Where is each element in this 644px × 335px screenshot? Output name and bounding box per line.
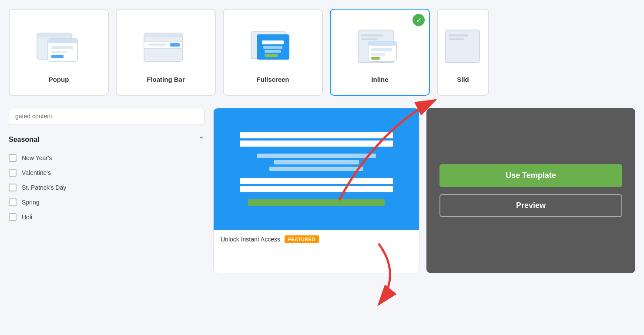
svg-rect-24 (371, 53, 385, 56)
selected-check-icon: ✓ (413, 14, 425, 26)
slide-icon (437, 23, 489, 71)
svg-rect-11 (170, 43, 180, 47)
type-card-popup[interactable]: Popup (9, 9, 109, 96)
svg-rect-20 (361, 38, 378, 40)
template-footer-1: Unlock Instant Access FEATURED (214, 230, 419, 248)
inline-icon (354, 23, 406, 71)
checkbox-st-patricks[interactable] (9, 184, 17, 191)
type-label-floating-bar: Floating Bar (147, 76, 185, 83)
template-name-1: Unlock Instant Access (221, 236, 280, 243)
svg-rect-4 (51, 46, 73, 49)
template-card-1[interactable]: Unlock Instant Access FEATURED (213, 108, 419, 273)
seasonal-section-header[interactable]: Seasonal ⌃ (9, 133, 205, 146)
svg-rect-25 (371, 57, 380, 60)
fullscreen-icon (247, 23, 299, 71)
preview-button[interactable]: Preview (439, 194, 622, 217)
filter-label-new-years: New Year's (22, 154, 52, 161)
type-card-floating-bar[interactable]: Floating Bar (116, 9, 216, 96)
checkbox-holi[interactable] (9, 213, 17, 221)
checkbox-new-years[interactable] (9, 154, 17, 162)
blue-preview-graphic (214, 108, 419, 230)
svg-rect-5 (51, 51, 67, 53)
type-card-inline[interactable]: ✓ Inline (330, 9, 430, 96)
floatingbar-icon (140, 23, 192, 71)
checkbox-valentines[interactable] (9, 169, 17, 177)
template-preview-1 (214, 108, 419, 230)
chevron-up-icon: ⌃ (198, 135, 205, 144)
filter-item-valentines[interactable]: Valentine's (9, 165, 205, 180)
template-content-area: Unlock Instant Access FEATURED Use Templ… (213, 108, 635, 326)
featured-badge: FEATURED (285, 235, 319, 243)
type-label-slide: Slid (457, 76, 469, 83)
template-card-hover-2: Use Template Preview (426, 108, 635, 273)
use-template-button[interactable]: Use Template (439, 164, 622, 187)
filter-item-new-years[interactable]: New Year's (9, 151, 205, 165)
filter-label-valentines: Valentine's (22, 169, 51, 176)
svg-rect-28 (449, 38, 464, 40)
type-label-popup: Popup (49, 76, 69, 83)
type-label-fullscreen: Fullscreen (256, 76, 289, 83)
search-input[interactable]: gated content (9, 108, 205, 124)
sidebar: gated content Seasonal ⌃ New Year's Vale… (9, 108, 205, 326)
filter-item-spring[interactable]: Spring (9, 195, 205, 210)
svg-rect-27 (449, 34, 468, 37)
seasonal-filter-section: Seasonal ⌃ New Year's Valentine's St. Pa… (9, 133, 205, 224)
type-card-fullscreen[interactable]: Fullscreen (223, 9, 323, 96)
svg-rect-15 (263, 46, 282, 49)
type-selector: Popup Floating Bar (9, 9, 635, 96)
svg-rect-17 (265, 54, 278, 57)
svg-rect-3 (48, 39, 77, 43)
svg-rect-1 (37, 33, 72, 37)
bottom-section: gated content Seasonal ⌃ New Year's Vale… (9, 108, 635, 326)
popup-icon (33, 23, 85, 71)
filter-item-st-patricks[interactable]: St. Patrick's Day (9, 180, 205, 195)
filter-label-st-patricks: St. Patrick's Day (22, 184, 66, 191)
svg-rect-14 (262, 40, 284, 44)
svg-rect-8 (144, 33, 182, 37)
filter-item-holi[interactable]: Holi (9, 210, 205, 224)
svg-rect-10 (148, 44, 166, 46)
filter-label-spring: Spring (22, 199, 39, 206)
svg-rect-16 (265, 50, 281, 53)
svg-rect-22 (368, 41, 396, 46)
svg-rect-23 (371, 48, 392, 51)
filter-label-holi: Holi (22, 214, 32, 221)
svg-rect-19 (361, 34, 383, 37)
checkbox-spring[interactable] (9, 198, 17, 206)
type-card-slide[interactable]: Slid (437, 9, 489, 96)
svg-rect-6 (51, 55, 64, 58)
type-label-inline: Inline (371, 76, 388, 83)
seasonal-title: Seasonal (9, 136, 39, 144)
